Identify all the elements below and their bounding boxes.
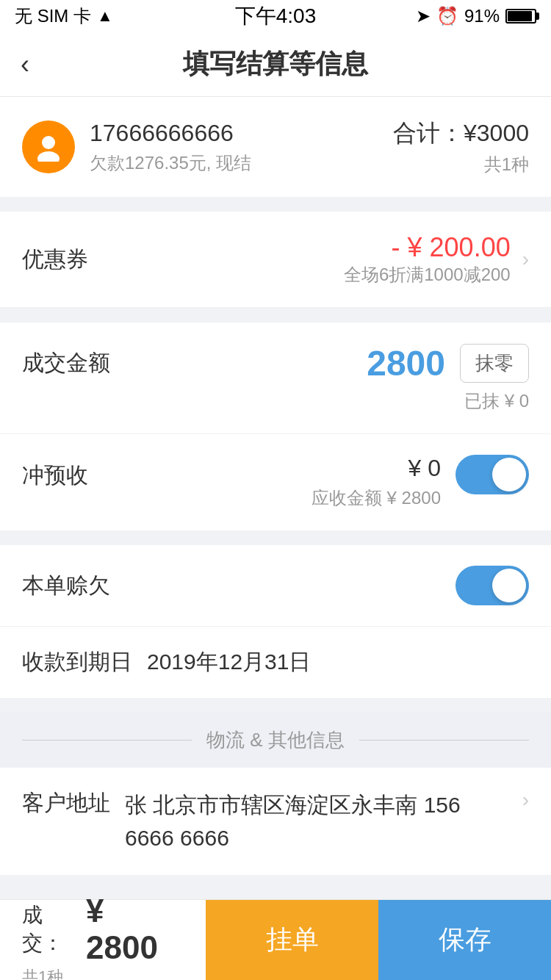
section-header-text: 物流 & 其他信息 <box>206 727 345 753</box>
deal-amount-number: 2800 <box>367 343 445 383</box>
deal-amount-sub: 已抹 ¥ 0 <box>22 389 529 413</box>
status-bar: 无 SIM 卡 ▲ 下午4:03 ➤ ⏰ 91% <box>0 0 551 32</box>
prepay-section: 冲预收 ¥ 0 应收金额 ¥ 2800 <box>0 434 551 530</box>
due-date-section: 收款到期日 2019年12月31日 <box>0 626 551 698</box>
divider-2 <box>0 308 551 323</box>
amount-row: 成交金额 2800 抹零 <box>22 343 529 383</box>
customer-card: 17666666666 欠款1276.35元, 现结 合计：¥3000 共1种 <box>0 97 551 197</box>
debt-toggle[interactable] <box>455 566 529 605</box>
debt-section: 本单赊欠 <box>0 545 551 626</box>
amount-right: 2800 抹零 <box>367 343 529 383</box>
prepay-right: ¥ 0 应收金额 ¥ 2800 <box>311 455 529 510</box>
header-line-left <box>22 740 192 741</box>
coupon-chevron-icon: › <box>522 248 529 271</box>
location-icon: ➤ <box>416 6 431 26</box>
avatar <box>22 120 75 173</box>
divider-3 <box>0 530 551 545</box>
page-title: 填写结算等信息 <box>183 46 368 82</box>
due-row: 收款到期日 2019年12月31日 <box>22 647 529 677</box>
footer-deal-label: 成交： <box>22 901 83 957</box>
prepay-amount: ¥ 0 <box>311 455 441 482</box>
status-time: 下午4:03 <box>235 2 317 30</box>
total-amount: 合计：¥3000 <box>393 118 529 150</box>
round-button[interactable]: 抹零 <box>460 344 529 383</box>
save-button[interactable]: 保存 <box>378 900 551 980</box>
user-sub: 欠款1276.35元, 现结 <box>90 151 251 175</box>
deal-amount-label: 成交金额 <box>22 348 110 378</box>
footer-amount: ¥ 2800 <box>86 893 184 966</box>
section-header: 物流 & 其他信息 <box>0 713 551 768</box>
battery-indicator <box>505 9 536 24</box>
divider-4 <box>0 698 551 713</box>
toggle-knob <box>492 458 526 491</box>
nav-bar: ‹ 填写结算等信息 <box>0 32 551 97</box>
prepay-sub: 应收金额 ¥ 2800 <box>311 486 441 510</box>
prepay-values: ¥ 0 应收金额 ¥ 2800 <box>311 455 441 510</box>
debt-toggle-knob <box>492 569 526 602</box>
coupon-row[interactable]: 优惠券 - ¥ 200.00 全场6折满1000减200 › <box>0 212 551 308</box>
address-label: 客户地址 <box>22 788 110 818</box>
hold-button[interactable]: 挂单 <box>206 900 378 980</box>
footer-sub: 共1种 <box>22 966 184 981</box>
back-button[interactable]: ‹ <box>21 49 29 80</box>
status-left: 无 SIM 卡 ▲ <box>15 4 113 28</box>
svg-point-1 <box>37 151 60 162</box>
card-right: 合计：¥3000 共1种 <box>393 118 529 176</box>
card-left: 17666666666 欠款1276.35元, 现结 <box>22 120 251 175</box>
battery-percent: 91% <box>464 6 500 26</box>
header-line-right <box>359 740 529 741</box>
footer-info: 成交： ¥ 2800 共1种 <box>0 893 206 981</box>
deal-amount-section: 成交金额 2800 抹零 已抹 ¥ 0 <box>0 323 551 434</box>
user-phone: 17666666666 <box>90 120 251 147</box>
prepay-toggle[interactable] <box>455 455 529 494</box>
total-sub: 共1种 <box>393 153 529 176</box>
divider-1 <box>0 197 551 212</box>
address-section[interactable]: 客户地址 张 北京市市辖区海淀区永丰南 156 6666 6666 › <box>0 768 551 875</box>
due-label: 收款到期日 <box>22 647 132 677</box>
user-info: 17666666666 欠款1276.35元, 现结 <box>90 120 251 175</box>
coupon-sub: 全场6折满1000减200 <box>344 263 511 287</box>
wifi-icon: ▲ <box>97 7 113 26</box>
address-chevron-icon: › <box>522 788 529 812</box>
coupon-label: 优惠券 <box>22 245 88 275</box>
coupon-value: - ¥ 200.00 <box>344 232 511 263</box>
prepay-row: 冲预收 ¥ 0 应收金额 ¥ 2800 <box>22 455 529 510</box>
prepay-label: 冲预收 <box>22 455 88 491</box>
due-value: 2019年12月31日 <box>147 647 311 677</box>
coupon-right: - ¥ 200.00 全场6折满1000减200 › <box>344 232 529 287</box>
debt-label: 本单赊欠 <box>22 571 110 601</box>
status-right: ➤ ⏰ 91% <box>416 6 536 26</box>
svg-point-0 <box>42 136 55 149</box>
alarm-icon: ⏰ <box>436 6 458 26</box>
carrier-text: 无 SIM 卡 <box>15 4 91 28</box>
address-value: 张 北京市市辖区海淀区永丰南 156 6666 6666 <box>125 788 515 854</box>
footer: 成交： ¥ 2800 共1种 挂单 保存 <box>0 899 551 980</box>
